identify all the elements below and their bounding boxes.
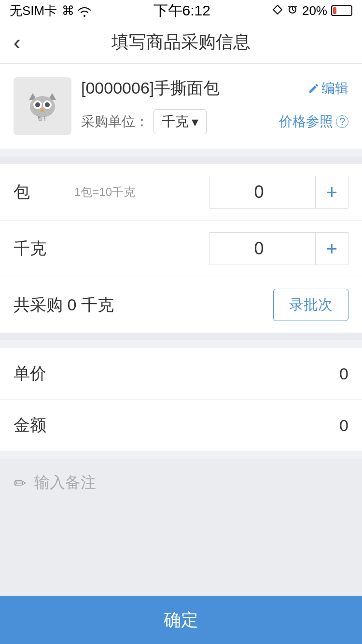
product-logo: 智十 — [23, 84, 62, 128]
kg-plus-button[interactable]: + — [316, 232, 348, 265]
kg-input-control: + — [209, 232, 348, 265]
battery-icon — [331, 5, 352, 16]
svg-point-4 — [30, 96, 55, 117]
carrier-text: 无SIM卡 — [10, 2, 57, 19]
page-title: 填写商品采购信息 — [111, 30, 251, 54]
bao-plus-button[interactable]: + — [316, 176, 348, 209]
confirm-button-label: 确定 — [164, 608, 198, 632]
location-icon — [272, 3, 283, 18]
status-time: 下午6:12 — [153, 1, 210, 21]
summary-row: 共采购 0 千克 录批次 — [0, 277, 362, 333]
bao-row: 包 1包=10千克 + — [0, 164, 362, 221]
back-button[interactable]: ‹ — [14, 32, 21, 53]
unit-price-value: 0 — [339, 364, 348, 383]
product-name: [0000006]手撕面包 — [81, 77, 220, 99]
bao-input-control: + — [209, 176, 348, 209]
kg-input[interactable] — [209, 232, 316, 265]
confirm-button[interactable]: 确定 — [0, 596, 362, 644]
amount-value: 0 — [339, 416, 348, 435]
bao-sub-label: 1包=10千克 — [74, 184, 135, 200]
status-left: 无SIM卡 ⌘ — [10, 2, 91, 19]
kg-label: 千克 — [14, 238, 71, 260]
wifi-icon: ⌘ — [62, 3, 91, 18]
quantity-section: 包 1包=10千克 + 千克 + — [0, 164, 362, 277]
product-image: 智十 — [14, 77, 71, 135]
unit-price-row: 单价 0 — [0, 348, 362, 400]
kg-row: 千克 + — [0, 221, 362, 277]
status-bar: 无SIM卡 ⌘ 下午6:12 20% — [0, 0, 362, 21]
purchase-unit-label: 采购单位： — [81, 112, 149, 131]
status-right: 20% — [272, 3, 352, 18]
price-section: 单价 0 金额 0 — [0, 348, 362, 451]
section-divider-2 — [0, 333, 362, 340]
battery-percent: 20% — [302, 3, 327, 18]
bao-input[interactable] — [209, 176, 316, 209]
nav-bar: ‹ 填写商品采购信息 — [0, 21, 362, 64]
note-section[interactable]: ✏ 输入备注 — [0, 459, 362, 603]
product-card: 智十 [0000006]手撕面包 编辑 采购单位： 千克 ▾ 价格参照 — [0, 64, 362, 149]
purchase-unit-left: 采购单位： 千克 ▾ — [81, 109, 207, 134]
product-info: [0000006]手撕面包 编辑 采购单位： 千克 ▾ 价格参照 ? — [81, 77, 348, 134]
svg-point-7 — [35, 102, 40, 107]
svg-text:智十: 智十 — [38, 116, 47, 121]
price-reference-button[interactable]: 价格参照 ? — [279, 112, 348, 131]
amount-label: 金额 — [14, 414, 46, 436]
bao-label: 包 — [14, 181, 71, 203]
note-icon: ✏ — [14, 474, 27, 492]
summary-text: 共采购 0 千克 — [14, 294, 114, 316]
amount-row: 金额 0 — [0, 400, 362, 451]
section-divider-1 — [0, 156, 362, 164]
alarm-icon — [287, 3, 298, 18]
record-batch-button[interactable]: 录批次 — [273, 289, 348, 321]
unit-price-label: 单价 — [14, 363, 46, 385]
unit-dropdown[interactable]: 千克 ▾ — [153, 109, 207, 134]
svg-point-8 — [45, 102, 50, 107]
edit-button[interactable]: 编辑 — [308, 79, 348, 98]
note-placeholder: 输入备注 — [34, 472, 96, 493]
